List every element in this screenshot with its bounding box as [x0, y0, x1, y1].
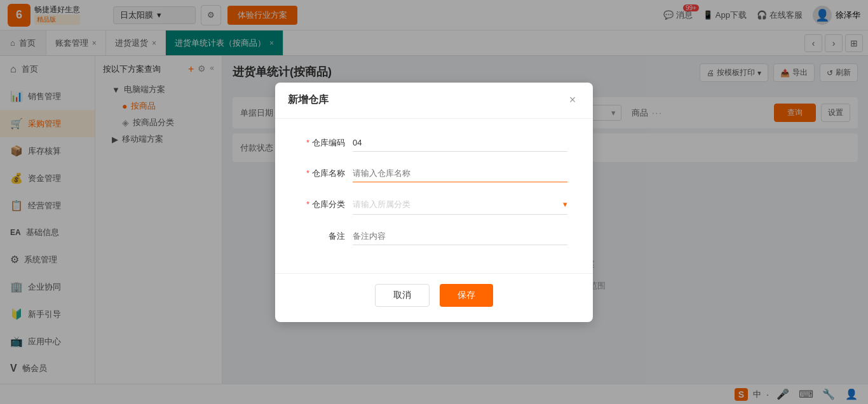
- code-label: 仓库编码: [312, 138, 345, 147]
- required-cat-star: *仓库分类: [301, 199, 345, 210]
- category-placeholder: 请输入所属分类: [353, 199, 410, 210]
- modal-overlay: 新增仓库 × *仓库编码 *仓库名称 *仓库分类: [0, 0, 868, 404]
- remark-field-row: 备注: [301, 227, 567, 245]
- name-field-row: *仓库名称: [301, 165, 567, 182]
- add-warehouse-modal: 新增仓库 × *仓库编码 *仓库名称 *仓库分类: [275, 83, 593, 322]
- save-button[interactable]: 保存: [440, 284, 493, 307]
- required-code-star: *仓库编码: [301, 137, 345, 149]
- modal-close-btn[interactable]: ×: [565, 93, 580, 108]
- name-label: 仓库名称: [312, 168, 345, 178]
- code-input[interactable]: [353, 134, 567, 152]
- modal-footer: 取消 保存: [275, 273, 593, 322]
- code-field-row: *仓库编码: [301, 134, 567, 152]
- modal-title: 新增仓库: [288, 93, 329, 107]
- cancel-button[interactable]: 取消: [375, 284, 430, 307]
- category-label: 仓库分类: [312, 199, 345, 209]
- remark-input[interactable]: [353, 227, 567, 245]
- modal-body: *仓库编码 *仓库名称 *仓库分类 请输入所属分类 ▾: [275, 119, 593, 273]
- remark-label: 备注: [301, 231, 345, 242]
- category-field-row: *仓库分类 请输入所属分类 ▾: [301, 195, 567, 215]
- required-name-star: *仓库名称: [301, 168, 345, 179]
- name-input[interactable]: [353, 165, 567, 182]
- category-dropdown-icon: ▾: [563, 199, 567, 209]
- modal-header: 新增仓库 ×: [275, 83, 593, 119]
- category-select[interactable]: 请输入所属分类 ▾: [353, 195, 567, 215]
